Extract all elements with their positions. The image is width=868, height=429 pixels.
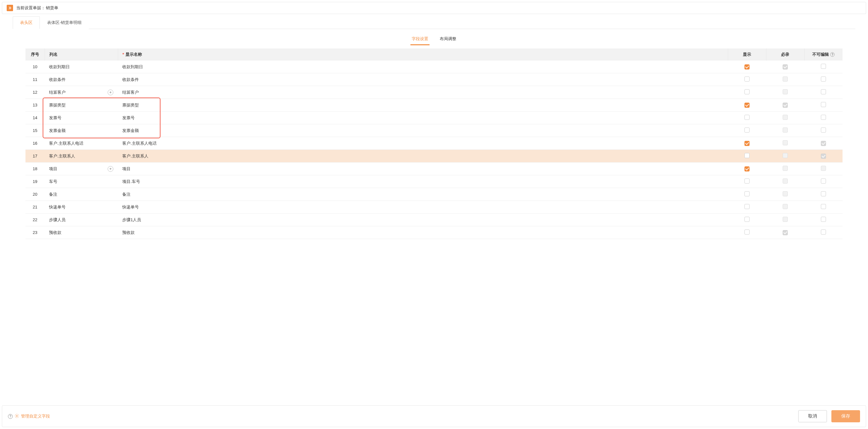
readonly-checkbox[interactable] [821, 115, 826, 120]
table-row: 20备注备注 [26, 188, 842, 201]
table-row: 14发票号发票号 [26, 112, 842, 124]
show-checkbox[interactable] [744, 204, 749, 209]
add-child-button[interactable]: + [107, 166, 113, 172]
name-cell: 车号 [44, 175, 118, 188]
sub-tab-0[interactable]: 字段设置 [410, 33, 430, 45]
table-row: 16客户.主联系人电话客户.主联系人电话 [26, 137, 842, 150]
table-row: 17客户.主联系人客户.主联系人 [26, 150, 842, 163]
required-checkbox [783, 115, 788, 120]
display-name-cell[interactable]: 备注 [118, 188, 728, 201]
required-checkbox [783, 127, 788, 133]
required-star-icon: * [123, 52, 124, 57]
show-checkbox[interactable] [744, 64, 749, 69]
col-header-display: *显示名称 [118, 49, 728, 61]
seq-cell: 14 [26, 112, 44, 124]
header-bar: 当前设置单据： 销货单 [2, 2, 866, 14]
required-checkbox [783, 103, 788, 108]
show-checkbox[interactable] [744, 115, 749, 120]
required-checkbox [783, 230, 788, 235]
show-checkbox[interactable] [744, 217, 749, 222]
name-cell: 发票号 [44, 112, 118, 124]
required-checkbox [783, 64, 788, 69]
show-checkbox[interactable] [744, 77, 749, 82]
seq-cell: 23 [26, 226, 44, 239]
seq-cell: 12 [26, 86, 44, 99]
show-checkbox[interactable] [744, 166, 749, 171]
header-title-value: 销货单 [46, 5, 58, 11]
display-name-cell[interactable]: 票据类型 [118, 99, 728, 112]
table-row: 19车号项目.车号 [26, 175, 842, 188]
seq-cell: 16 [26, 137, 44, 150]
show-checkbox[interactable] [744, 127, 749, 133]
required-checkbox [783, 77, 788, 82]
name-cell: 结算客户+ [44, 86, 118, 99]
display-name-cell[interactable]: 收款条件 [118, 73, 728, 86]
readonly-checkbox [821, 141, 826, 146]
readonly-checkbox[interactable] [821, 191, 826, 196]
display-name-cell[interactable]: 发票金额 [118, 124, 728, 137]
readonly-checkbox [821, 154, 826, 159]
display-name-cell[interactable]: 客户.主联系人 [118, 150, 728, 163]
readonly-checkbox[interactable] [821, 178, 826, 183]
seq-cell: 11 [26, 73, 44, 86]
readonly-checkbox [821, 166, 826, 171]
display-name-cell[interactable]: 收款到期日 [118, 61, 728, 73]
seq-cell: 21 [26, 201, 44, 213]
display-name-cell[interactable]: 项目.车号 [118, 175, 728, 188]
name-cell: 客户.主联系人 [44, 150, 118, 163]
show-checkbox[interactable] [744, 191, 749, 196]
display-name-cell[interactable]: 步骤1人员 [118, 213, 728, 226]
show-checkbox[interactable] [744, 178, 749, 183]
readonly-checkbox[interactable] [821, 64, 826, 69]
required-checkbox [783, 217, 788, 222]
seq-cell: 10 [26, 61, 44, 73]
name-cell: 备注 [44, 188, 118, 201]
required-checkbox [783, 140, 788, 145]
display-name-cell[interactable]: 客户.主联系人电话 [118, 137, 728, 150]
primary-tab-0[interactable]: 表头区 [13, 16, 40, 29]
table-row: 15发票金额发票金额 [26, 124, 842, 137]
seq-cell: 15 [26, 124, 44, 137]
name-cell: 收款到期日 [44, 61, 118, 73]
readonly-checkbox[interactable] [821, 102, 826, 107]
table-row: 18项目+项目 [26, 163, 842, 175]
help-icon[interactable]: ? [830, 52, 835, 57]
sub-tab-1[interactable]: 布局调整 [438, 33, 458, 45]
required-checkbox [783, 178, 788, 183]
seq-cell: 13 [26, 99, 44, 112]
show-checkbox[interactable] [744, 89, 749, 94]
seq-cell: 22 [26, 213, 44, 226]
required-checkbox [783, 191, 788, 196]
field-table: 序号 列名 *显示名称 显示 必录 不可编辑? 10收款到期日收款到期日11收款… [26, 49, 842, 239]
display-name-cell[interactable]: 预收款 [118, 226, 728, 239]
name-cell: 预收款 [44, 226, 118, 239]
seq-cell: 19 [26, 175, 44, 188]
readonly-checkbox[interactable] [821, 89, 826, 94]
readonly-checkbox[interactable] [821, 229, 826, 235]
seq-cell: 17 [26, 150, 44, 163]
name-cell: 项目+ [44, 163, 118, 175]
readonly-checkbox[interactable] [821, 217, 826, 222]
primary-tabs: 表头区表体区-销货单明细 [13, 16, 855, 29]
readonly-checkbox[interactable] [821, 77, 826, 82]
readonly-checkbox[interactable] [821, 204, 826, 209]
col-header-readonly: 不可编辑? [804, 49, 842, 61]
show-checkbox[interactable] [744, 141, 749, 146]
seq-cell: 20 [26, 188, 44, 201]
required-checkbox [783, 204, 788, 209]
display-name-cell[interactable]: 结算客户 [118, 86, 728, 99]
display-name-cell[interactable]: 发票号 [118, 112, 728, 124]
name-cell: 客户.主联系人电话 [44, 137, 118, 150]
col-header-seq: 序号 [26, 49, 44, 61]
required-checkbox [783, 89, 788, 94]
expand-icon[interactable] [7, 5, 13, 11]
show-checkbox[interactable] [744, 103, 749, 108]
show-checkbox[interactable] [744, 153, 749, 158]
display-name-cell[interactable]: 项目 [118, 163, 728, 175]
primary-tab-1[interactable]: 表体区-销货单明细 [40, 16, 89, 29]
readonly-checkbox[interactable] [821, 127, 826, 133]
add-child-button[interactable]: + [107, 90, 113, 95]
seq-cell: 18 [26, 163, 44, 175]
display-name-cell[interactable]: 快递单号 [118, 201, 728, 213]
show-checkbox[interactable] [744, 229, 749, 235]
